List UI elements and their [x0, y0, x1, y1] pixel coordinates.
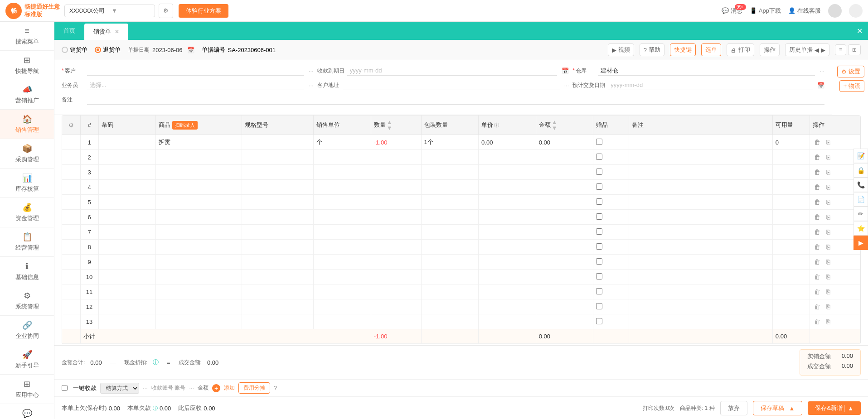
- delete-row-icon-13[interactable]: 🗑: [813, 317, 822, 326]
- save-draft-button[interactable]: 保存草稿 ▲: [753, 401, 803, 415]
- video-button[interactable]: ▶ 视频: [608, 43, 634, 56]
- print-button[interactable]: 🖨 打印: [727, 43, 754, 56]
- delete-row-icon-5[interactable]: 🗑: [813, 197, 822, 207]
- cell-remark-3[interactable]: [629, 165, 772, 180]
- online-service-item[interactable]: 👤 在线客服: [788, 7, 821, 15]
- sidebar-item-guide[interactable]: 🚀 新手引导: [0, 345, 54, 375]
- sales-order-radio[interactable]: 销货单: [62, 46, 87, 54]
- cell-barcode-3[interactable]: [98, 165, 156, 180]
- copy-row-icon-8[interactable]: ⎘: [824, 242, 833, 251]
- delete-row-icon-2[interactable]: 🗑: [813, 153, 822, 162]
- delete-row-icon-4[interactable]: 🗑: [813, 183, 822, 192]
- delete-row-icon-8[interactable]: 🗑: [813, 242, 822, 251]
- amount-sort-icon[interactable]: ▲▼: [552, 119, 558, 131]
- th-gear[interactable]: ⚙: [62, 116, 80, 135]
- payment-method-select[interactable]: 结算方式: [100, 383, 139, 394]
- copy-row-icon-1[interactable]: ⎘: [824, 138, 833, 147]
- operate-button[interactable]: 操作: [760, 43, 780, 56]
- copy-row-icon-10[interactable]: ⎘: [824, 272, 833, 281]
- cell-barcode-2[interactable]: [98, 150, 156, 165]
- cell-amount-3[interactable]: [536, 165, 593, 180]
- delete-row-icon-6[interactable]: 🗑: [813, 212, 822, 222]
- sidebar-item-basic[interactable]: ℹ 基础信息: [0, 257, 54, 286]
- cell-spec-1[interactable]: [242, 135, 313, 150]
- history-nav-prev[interactable]: ◀: [815, 47, 819, 53]
- copy-row-icon-3[interactable]: ⎘: [824, 168, 833, 177]
- right-panel-bottom-button[interactable]: ▶: [853, 236, 868, 250]
- cell-price-1[interactable]: 0.00: [479, 135, 536, 150]
- cell-pack-2[interactable]: [421, 150, 479, 165]
- delete-row-icon-3[interactable]: 🗑: [813, 168, 822, 177]
- sidebar-item-search[interactable]: ≡ 搜索菜单: [0, 22, 54, 51]
- cell-spec-2[interactable]: [242, 150, 313, 165]
- sidebar-item-sales[interactable]: 🏠 销售管理: [0, 110, 54, 139]
- trial-button[interactable]: 体验行业方案: [179, 4, 228, 18]
- copy-row-icon-13[interactable]: ⎘: [824, 317, 833, 326]
- grid-view-button[interactable]: ⊞: [848, 44, 861, 55]
- cell-product-3[interactable]: [156, 165, 242, 180]
- cell-remark-1[interactable]: [629, 135, 772, 150]
- cell-remark-2[interactable]: [629, 150, 772, 165]
- cell-pack-1[interactable]: 1个: [421, 135, 479, 150]
- delete-row-icon-10[interactable]: 🗑: [813, 272, 822, 281]
- cell-spec-3[interactable]: [242, 165, 313, 180]
- delete-row-icon-12[interactable]: 🗑: [813, 302, 822, 311]
- delete-row-icon-7[interactable]: 🗑: [813, 227, 822, 236]
- copy-row-icon-11[interactable]: ⎘: [824, 287, 833, 296]
- sidebar-item-marketing[interactable]: 📣 营销推广: [0, 80, 54, 110]
- scan-button[interactable]: 扫码录入: [172, 121, 198, 130]
- add-payment-button[interactable]: +: [212, 384, 220, 392]
- cell-unit-1[interactable]: 个: [314, 135, 371, 150]
- cell-amount-1[interactable]: 0.00: [536, 135, 593, 150]
- save-new-dropdown-icon[interactable]: ▲: [844, 405, 853, 412]
- expense-split-help-icon[interactable]: ?: [274, 385, 277, 391]
- cell-gift-1[interactable]: [593, 135, 629, 150]
- app-download-item[interactable]: 📱 App下载: [750, 7, 781, 15]
- return-order-radio[interactable]: 退货单: [95, 46, 121, 54]
- delete-row-icon-9[interactable]: 🗑: [813, 257, 822, 266]
- date-calendar-icon[interactable]: 📅: [187, 47, 194, 53]
- expense-split-button[interactable]: 费用分摊: [238, 382, 270, 394]
- owed-info-icon[interactable]: ⓘ: [153, 405, 158, 412]
- copy-row-icon-12[interactable]: ⎘: [824, 302, 833, 311]
- list-view-button[interactable]: ≡: [835, 44, 846, 55]
- expected-delivery-input[interactable]: [608, 80, 813, 90]
- history-button[interactable]: 历史单据 ◀ ▶: [785, 43, 829, 56]
- cell-price-3[interactable]: [479, 165, 536, 180]
- right-panel-notes-button[interactable]: 📝: [853, 149, 868, 163]
- cell-amount-2[interactable]: [536, 150, 593, 165]
- cell-gift-3[interactable]: [593, 165, 629, 180]
- cell-qty-3[interactable]: [371, 165, 421, 180]
- message-item[interactable]: 💬 消息 99+: [722, 7, 742, 15]
- sidebar-item-quicknav[interactable]: ⊞ 快捷导航: [0, 51, 54, 80]
- cash-discount-info-icon[interactable]: ⓘ: [153, 358, 159, 366]
- avatar[interactable]: [828, 4, 842, 18]
- customer-input[interactable]: [87, 66, 304, 76]
- logistics-button[interactable]: + 物流: [839, 80, 864, 92]
- select-button[interactable]: 选单: [701, 43, 721, 56]
- salesperson-dots[interactable]: ···: [309, 82, 314, 89]
- close-tab-icon[interactable]: ✕: [115, 29, 119, 35]
- tab-bar-close-button[interactable]: ✕: [857, 27, 863, 35]
- sidebar-item-purchase[interactable]: 📦 采购管理: [0, 139, 54, 169]
- customer-dots[interactable]: ···: [309, 67, 314, 74]
- history-nav-next[interactable]: ▶: [821, 47, 825, 53]
- one-click-payment-checkbox[interactable]: [62, 385, 68, 391]
- settings-form-button[interactable]: ⚙ 设置: [837, 66, 864, 77]
- company-selector[interactable]: XXXXXX公司 ▼: [64, 5, 155, 17]
- copy-row-icon-9[interactable]: ⎘: [824, 257, 833, 266]
- avatar2[interactable]: [849, 4, 863, 18]
- right-panel-edit-button[interactable]: ✏: [853, 207, 868, 221]
- sidebar-item-operations[interactable]: 📋 经营管理: [0, 227, 54, 257]
- sidebar-item-finance[interactable]: 💰 资金管理: [0, 198, 54, 227]
- cell-qty-2[interactable]: [371, 150, 421, 165]
- company-settings-button[interactable]: ⚙: [159, 4, 173, 18]
- payment-method-dots[interactable]: ···: [143, 385, 148, 391]
- sidebar-item-wechat[interactable]: 💬 企业微信: [0, 404, 54, 419]
- cell-qty-1[interactable]: -1.00: [371, 135, 421, 150]
- customer-addr-dots[interactable]: ···: [564, 82, 569, 89]
- copy-row-icon-4[interactable]: ⎘: [824, 183, 833, 192]
- cell-price-2[interactable]: [479, 150, 536, 165]
- tab-sales-order[interactable]: 销货单 ✕: [84, 24, 128, 40]
- remarks-input[interactable]: [87, 95, 824, 105]
